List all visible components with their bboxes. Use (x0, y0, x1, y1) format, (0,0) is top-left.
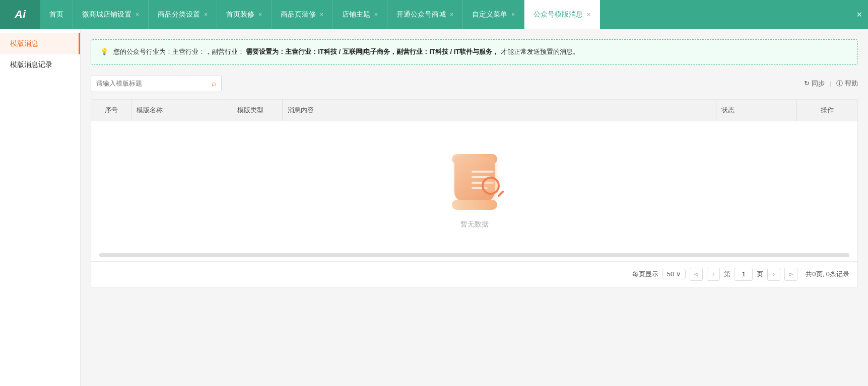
main-layout: 模版消息 模版消息记录 💡 您的公众号行业为：主营行业：，副营行业： 需要设置为… (0, 29, 868, 386)
scroll-bottom-deco (452, 200, 497, 210)
tab-close-weshop[interactable]: × (136, 11, 139, 18)
first-page-button[interactable]: ⊲ (690, 268, 703, 281)
content-area: 💡 您的公众号行业为：主营行业：，副营行业： 需要设置为：主营行业：IT科技 /… (81, 29, 868, 386)
tab-homepage[interactable]: 首页装修 × (217, 0, 272, 29)
tab-weshop[interactable]: 微商城店铺设置 × (73, 0, 149, 29)
data-table: 序号 模版名称 模版类型 消息内容 状态 操作 (91, 99, 858, 287)
sidebar: 模版消息 模版消息记录 (0, 29, 81, 386)
help-button[interactable]: ⓘ 帮助 (836, 79, 858, 88)
tab-mall[interactable]: 开通公众号商城 × (387, 0, 463, 29)
tab-close-homepage[interactable]: × (258, 11, 262, 18)
sidebar-item-template-record[interactable]: 模版消息记录 (0, 54, 80, 75)
logo: Ai (0, 0, 40, 29)
search-input-wrap: ⌕ (91, 75, 222, 92)
search-bar: ⌕ ↻ 同步 | ⓘ 帮助 (91, 75, 858, 92)
empty-state: 暂无数据 (91, 121, 857, 249)
per-page-label: 每页显示 (632, 270, 658, 279)
page-input[interactable] (735, 268, 753, 281)
page-suffix: 页 (757, 270, 763, 279)
total-info: 共0页, 0条记录 (806, 270, 849, 279)
tab-theme[interactable]: 店铺主题 × (333, 0, 387, 29)
help-icon: ⓘ (836, 79, 843, 88)
sidebar-item-template[interactable]: 模版消息 (0, 33, 80, 54)
search-bar-right: ↻ 同步 | ⓘ 帮助 (804, 79, 858, 88)
notice-icon: 💡 (100, 48, 108, 55)
next-page-button[interactable]: › (767, 268, 780, 281)
close-all-tabs-button[interactable]: × (856, 10, 862, 20)
line1 (472, 171, 494, 173)
table-header: 序号 模版名称 模版类型 消息内容 状态 操作 (91, 100, 857, 121)
notice-suffix: 才能正常发送预置的消息。 (501, 48, 579, 55)
tab-close-product[interactable]: × (320, 11, 323, 18)
divider: | (830, 80, 831, 87)
pagination: 每页显示 50 ∨ ⊲ ‹ 第 页 › ⊳ 共0页, 0条记录 (91, 261, 857, 287)
col-header-status: 状态 (716, 100, 797, 121)
table-scrollbar[interactable] (99, 253, 849, 257)
prev-page-button[interactable]: ‹ (707, 268, 720, 281)
tab-close-category[interactable]: × (204, 11, 208, 18)
tab-template-msg[interactable]: 公众号模版消息 × (524, 0, 600, 29)
empty-text: 暂无数据 (460, 220, 489, 229)
tab-close-template-msg[interactable]: × (587, 11, 590, 18)
search-icon[interactable]: ⌕ (212, 79, 216, 88)
tab-home[interactable]: 首页 (40, 0, 73, 29)
tab-close-mall[interactable]: × (450, 11, 453, 18)
tab-close-custommenu[interactable]: × (511, 11, 515, 18)
per-page-select[interactable]: 50 ∨ (662, 269, 686, 279)
tab-product[interactable]: 商品页装修 × (272, 0, 333, 29)
sync-button[interactable]: ↻ 同步 (804, 79, 825, 88)
notice-prefix: 您的公众号行业为：主营行业：，副营行业： (113, 48, 244, 55)
sync-icon: ↻ (804, 80, 810, 87)
dropdown-icon: ∨ (676, 270, 681, 278)
notice-box: 💡 您的公众号行业为：主营行业：，副营行业： 需要设置为：主营行业：IT科技 /… (91, 39, 858, 65)
search-input[interactable] (96, 80, 212, 87)
col-header-type: 模版类型 (232, 100, 283, 121)
col-header-seq: 序号 (91, 100, 131, 121)
col-header-action: 操作 (797, 100, 857, 121)
tab-bar: Ai 首页 微商城店铺设置 × 商品分类设置 × 首页装修 × 商品页装修 × … (0, 0, 868, 29)
last-page-button[interactable]: ⊳ (784, 268, 797, 281)
page-label: 第 (724, 270, 730, 279)
tab-close-theme[interactable]: × (374, 11, 378, 18)
tab-custommenu[interactable]: 自定义菜单 × (463, 0, 524, 29)
col-header-content: 消息内容 (283, 100, 716, 121)
notice-highlight: 需要设置为：主营行业：IT科技 / 互联网|电子商务，副营行业：IT科技 / I… (246, 48, 499, 55)
col-header-name: 模版名称 (131, 100, 232, 121)
tab-category[interactable]: 商品分类设置 × (149, 0, 217, 29)
magnifier-icon (482, 177, 500, 195)
empty-illustration (444, 151, 505, 212)
